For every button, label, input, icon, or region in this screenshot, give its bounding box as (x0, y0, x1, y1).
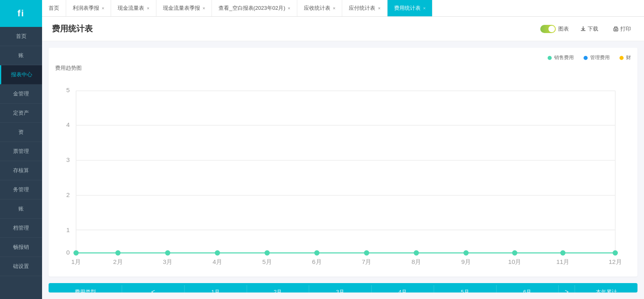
th-nav-prev[interactable]: < (122, 285, 185, 292)
sidebar-item-invoice[interactable]: 票管理 (0, 142, 42, 161)
dot-oct (512, 250, 517, 256)
svg-text:9月: 9月 (461, 258, 471, 265)
chart-toggle-label: 图表 (558, 25, 569, 33)
content-area: 费用统计表 图表 下载 (42, 17, 644, 299)
svg-text:0: 0 (66, 249, 70, 256)
sidebar-item-affairs[interactable]: 务管理 (0, 180, 42, 199)
tab-home[interactable]: 首页 (42, 0, 66, 16)
svg-text:1月: 1月 (71, 258, 81, 265)
chart-legend: 销售费用 管理费用 财 (55, 54, 631, 61)
tab-blank-close[interactable]: × (288, 6, 290, 11)
th-ytd: 本年累计 (575, 285, 637, 292)
dot-jun (314, 250, 320, 256)
tab-payable-close[interactable]: × (378, 6, 380, 11)
tab-receivable-close[interactable]: × (333, 6, 335, 11)
dot-dec (613, 250, 618, 256)
print-label: 打印 (620, 25, 631, 33)
sidebar-item-finance[interactable]: 金管理 (0, 84, 42, 104)
chart-area: 费用趋势图 5 4 3 2 1 0 (55, 64, 631, 270)
tab-cashflow-close[interactable]: × (147, 6, 149, 11)
th-feb: 2月 (247, 285, 310, 292)
tab-bar: 首页 利润表季报 × 现金流量表 × 现金流量表季报 × 查看_空白报表(202… (42, 0, 644, 17)
sidebar-item-account[interactable]: 账 (0, 46, 42, 65)
tab-profit-label: 利润表季报 (73, 4, 99, 12)
tab-expense-stat-label: 费用统计表 (394, 4, 421, 12)
th-jan: 1月 (185, 285, 247, 292)
tab-cashflow-q[interactable]: 现金流量表季报 × (156, 0, 212, 16)
download-icon (580, 26, 586, 32)
table-header: 费用类型 < 1月 2月 3月 4月 5月 (49, 283, 637, 292)
tab-cashflow-q-close[interactable]: × (203, 6, 205, 11)
sidebar-item-archive[interactable]: 档管理 (0, 219, 42, 238)
tab-expense-stat-close[interactable]: × (423, 6, 426, 11)
download-button[interactable]: 下载 (577, 24, 602, 34)
svg-text:6月: 6月 (312, 258, 322, 265)
tab-receivable[interactable]: 应收统计表 × (297, 0, 342, 16)
toggle-knob (548, 26, 555, 32)
prev-button[interactable]: < (149, 288, 156, 292)
sidebar-item-assets[interactable]: 定资产 (0, 104, 42, 123)
dot-mar (165, 250, 170, 256)
legend-admin-dot (584, 56, 588, 60)
tab-receivable-label: 应收统计表 (304, 4, 330, 12)
print-button[interactable]: 打印 (610, 24, 634, 34)
svg-text:7月: 7月 (362, 258, 372, 265)
svg-text:3: 3 (66, 156, 70, 163)
sidebar-item-reports[interactable]: 报表中心 (0, 65, 42, 84)
chart-svg: 5 4 3 2 1 0 (55, 77, 631, 270)
dot-aug (414, 250, 419, 256)
legend-sales: 销售费用 (548, 54, 574, 61)
tab-blank-label: 查看_空白报表(2023年02月) (218, 4, 285, 12)
th-nav-next[interactable]: > (559, 285, 575, 292)
legend-finance-dot (619, 56, 624, 60)
tab-cashflow[interactable]: 现金流量表 × (111, 0, 156, 16)
tab-cashflow-label: 现金流量表 (118, 4, 144, 12)
sidebar-item-expense[interactable]: 畅报销 (0, 238, 42, 257)
svg-rect-1 (615, 29, 617, 30)
main-area: 首页 利润表季报 × 现金流量表 × 现金流量表季报 × 查看_空白报表(202… (42, 0, 644, 299)
svg-text:4月: 4月 (213, 258, 223, 265)
sidebar-item-home[interactable]: 首页 (0, 27, 42, 46)
chart-title: 费用趋势图 (55, 64, 631, 72)
legend-finance: 财 (619, 54, 631, 61)
tab-home-label: 首页 (49, 4, 59, 12)
th-may: 5月 (434, 285, 497, 292)
svg-text:12月: 12月 (608, 258, 622, 265)
sidebar-item-ledger[interactable]: 账 (0, 199, 42, 219)
tab-profit[interactable]: 利润表季报 × (66, 0, 111, 16)
tab-profit-close[interactable]: × (102, 6, 104, 11)
tab-payable[interactable]: 应付统计表 × (342, 0, 387, 16)
legend-admin-label: 管理费用 (590, 54, 610, 61)
th-apr: 4月 (372, 285, 434, 292)
tab-expense-stat[interactable]: 费用统计表 × (388, 0, 432, 16)
dot-jul (364, 250, 369, 256)
svg-text:1: 1 (66, 226, 70, 233)
dot-apr (215, 250, 220, 256)
next-button[interactable]: > (563, 288, 570, 292)
toggle-switch[interactable] (540, 25, 556, 33)
chart-section: 销售费用 管理费用 财 费用趋势图 5 4 3 2 (49, 48, 637, 277)
download-label: 下载 (588, 25, 598, 33)
chart-toggle[interactable]: 图表 (540, 25, 569, 33)
sidebar-item-settings[interactable]: 础设置 (0, 257, 42, 276)
svg-text:10月: 10月 (508, 258, 521, 265)
svg-text:11月: 11月 (556, 258, 569, 265)
th-mar: 3月 (309, 285, 372, 292)
tab-payable-label: 应付统计表 (349, 4, 375, 12)
page-title: 费用统计表 (52, 23, 93, 34)
sidebar: fi 首页 账 报表中心 金管理 定资产 资 票管理 存核算 务管理 账 档管理… (0, 0, 42, 299)
dot-nov (560, 250, 566, 256)
sidebar-logo: fi (0, 0, 42, 27)
legend-sales-dot (548, 56, 552, 60)
svg-text:8月: 8月 (412, 258, 421, 265)
sidebar-item-capital[interactable]: 资 (0, 123, 42, 142)
svg-text:4: 4 (66, 121, 70, 128)
sidebar-item-inventory[interactable]: 存核算 (0, 161, 42, 180)
header-actions: 图表 下载 打印 (540, 24, 634, 34)
tab-blank[interactable]: 查看_空白报表(2023年02月) × (212, 0, 297, 16)
page-header: 费用统计表 图表 下载 (42, 17, 644, 41)
legend-finance-label: 财 (626, 54, 631, 61)
svg-text:5月: 5月 (262, 258, 272, 265)
expense-table: 费用类型 < 1月 2月 3月 4月 5月 (49, 283, 637, 292)
th-jun: 6月 (497, 285, 559, 292)
